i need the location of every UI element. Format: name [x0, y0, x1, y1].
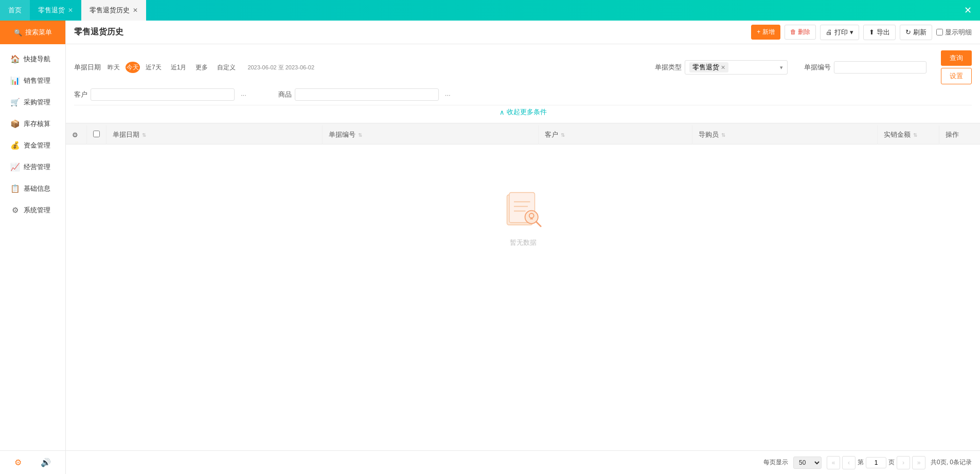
print-button[interactable]: 🖨 打印 ▾: [820, 25, 859, 40]
chevron-up-icon: ∧: [500, 108, 505, 116]
date-btn-custom[interactable]: 自定义: [213, 62, 239, 74]
per-page-select[interactable]: 50 100 200: [793, 457, 822, 469]
goods-filter-input[interactable]: [295, 88, 439, 101]
export-button[interactable]: ⬆ 导出: [863, 25, 896, 40]
export-icon: ⬆: [869, 28, 875, 36]
col-customer[interactable]: 客户 ⇅: [538, 125, 692, 144]
next-page-button[interactable]: ›: [897, 456, 910, 469]
refresh-button[interactable]: ↻ 刷新: [900, 25, 932, 40]
sidebar-item-basic[interactable]: 📋 基础信息: [0, 178, 65, 199]
per-page-label: 每页显示: [763, 458, 788, 467]
tab-retail-return-history-close[interactable]: ✕: [133, 7, 138, 14]
system-icon: ⚙: [10, 206, 20, 215]
volume-icon[interactable]: 🔊: [41, 458, 51, 467]
sort-customer-icon: ⇅: [561, 132, 565, 138]
sidebar-item-purchase[interactable]: 🛒 采购管理: [0, 92, 65, 113]
sort-number-icon: ⇅: [358, 132, 362, 138]
col-check: [86, 125, 106, 144]
refresh-icon: ↻: [905, 28, 911, 36]
number-filter: 单据编号: [804, 61, 926, 74]
select-all-checkbox[interactable]: [93, 131, 100, 137]
sidebar-item-quicknav[interactable]: 🏠 快捷导航: [0, 48, 65, 70]
col-number-label: 单据编号: [329, 131, 355, 138]
finance-icon: 💰: [10, 141, 20, 150]
sidebar-item-quicknav-label: 快捷导航: [24, 54, 50, 64]
page-unit: 页: [888, 458, 895, 467]
toolbar-buttons: + 新增 🗑 删除 🖨 打印 ▾ ⬆ 导出 ↻ 刷新 显示明细: [751, 25, 972, 40]
sidebar-item-inventory-label: 库存核算: [24, 119, 50, 129]
type-tag-value: 零售退货: [692, 63, 719, 72]
sidebar-search-label: 搜索菜单: [25, 28, 52, 37]
tab-retail-return-close[interactable]: ✕: [68, 7, 73, 14]
sidebar-item-inventory[interactable]: 📦 库存核算: [0, 113, 65, 135]
date-range-display: 2023-06-02 至 2023-06-02: [247, 64, 314, 71]
goods-dots-button[interactable]: ···: [442, 90, 454, 100]
tab-retail-return[interactable]: 零售退货 ✕: [30, 0, 81, 21]
type-tag-close[interactable]: ✕: [721, 64, 725, 71]
date-btn-yesterday[interactable]: 昨天: [104, 62, 123, 74]
sidebar-item-system[interactable]: ⚙ 系统管理: [0, 199, 65, 221]
page-number-input[interactable]: 1: [866, 457, 886, 468]
col-date-label: 单据日期: [113, 131, 139, 138]
settings-gear-icon[interactable]: ⚙: [72, 131, 78, 139]
display-detail-checkbox[interactable]: [936, 29, 943, 35]
sidebar-menu: 🏠 快捷导航 📊 销售管理 🛒 采购管理 📦 库存核算 💰 资金管理 📈: [0, 44, 65, 450]
collapse-button[interactable]: ∧ 收起更多条件: [74, 105, 972, 119]
sidebar-item-sales-label: 销售管理: [24, 76, 50, 85]
page-header: 零售退货历史 + 新增 🗑 删除 🖨 打印 ▾ ⬆ 导出 ↻ 刷新: [66, 21, 980, 44]
tab-home-label: 首页: [8, 6, 22, 15]
business-icon: 📈: [10, 162, 20, 172]
page-nav: « ‹ 第 1 页 › »: [827, 456, 925, 469]
top-bar: 首页 零售退货 ✕ 零售退货历史 ✕ ✕: [0, 0, 980, 21]
col-guide[interactable]: 导购员 ⇅: [692, 125, 877, 144]
customer-dots-button[interactable]: ···: [238, 90, 250, 100]
sidebar-item-finance-label: 资金管理: [24, 141, 50, 150]
first-page-button[interactable]: «: [827, 456, 840, 469]
home-icon: 🏠: [10, 54, 20, 64]
col-amount[interactable]: 实销金额 ⇅: [877, 125, 939, 144]
last-page-button[interactable]: »: [912, 456, 925, 469]
date-btn-7days[interactable]: 近7天: [142, 62, 165, 74]
main-layout: 🔍 搜索菜单 🏠 快捷导航 📊 销售管理 🛒 采购管理 📦 库存核算 💰: [0, 21, 980, 474]
sidebar-search-button[interactable]: 🔍 搜索菜单: [0, 21, 65, 44]
date-btn-today[interactable]: 今天: [126, 62, 140, 73]
col-op: 操作: [939, 125, 980, 144]
col-number[interactable]: 单据编号 ⇅: [322, 125, 538, 144]
collapse-label: 收起更多条件: [507, 107, 547, 117]
filter-row-2: 客户 ··· 商品 ···: [74, 88, 972, 101]
number-filter-input[interactable]: [834, 61, 926, 74]
date-filter: 单据日期 昨天 今天 近7天 近1月 更多 自定义: [74, 62, 239, 74]
query-setup-group: 查询 设置: [941, 50, 972, 84]
settings-icon[interactable]: ⚙: [14, 458, 22, 467]
print-dropdown-icon: ▾: [850, 28, 853, 36]
col-amount-label: 实销金额: [884, 131, 911, 138]
table-header: ⚙ 单据日期 ⇅ 单据编号 ⇅: [66, 125, 980, 144]
page-title: 零售退货历史: [74, 27, 123, 38]
type-filter-select[interactable]: 零售退货 ✕ ▾: [685, 60, 788, 75]
col-date[interactable]: 单据日期 ⇅: [106, 125, 322, 144]
customer-filter-input[interactable]: [91, 88, 235, 101]
query-button[interactable]: 查询: [941, 50, 972, 66]
new-button[interactable]: + 新增: [751, 25, 780, 40]
window-close-button[interactable]: ✕: [964, 5, 980, 16]
delete-button[interactable]: 🗑 删除: [785, 25, 816, 40]
prev-page-button[interactable]: ‹: [842, 456, 856, 469]
sidebar-item-finance[interactable]: 💰 资金管理: [0, 135, 65, 156]
display-detail-toggle[interactable]: 显示明细: [936, 28, 972, 37]
table-area: ⚙ 单据日期 ⇅ 单据编号 ⇅: [66, 125, 980, 450]
tab-list: 首页 零售退货 ✕ 零售退货历史 ✕: [0, 0, 964, 21]
sidebar-item-business[interactable]: 📈 经营管理: [0, 156, 65, 178]
display-detail-label: 显示明细: [945, 28, 972, 37]
setup-button[interactable]: 设置: [941, 68, 972, 84]
sidebar-item-sales[interactable]: 📊 销售管理: [0, 70, 65, 92]
tab-home[interactable]: 首页: [0, 0, 30, 21]
date-btn-1month[interactable]: 近1月: [167, 62, 190, 74]
tab-retail-return-history[interactable]: 零售退货历史 ✕: [81, 0, 146, 21]
date-btn-more[interactable]: 更多: [192, 62, 211, 74]
print-label: 打印: [834, 28, 848, 37]
col-settings[interactable]: ⚙: [66, 125, 86, 144]
type-filter: 单据类型 零售退货 ✕ ▾: [655, 60, 788, 75]
sidebar-bottom: ⚙ 🔊: [0, 450, 65, 474]
empty-text: 暂无数据: [510, 238, 537, 247]
filter-area: 单据日期 昨天 今天 近7天 近1月 更多 自定义 2023-06-02 至 2…: [66, 44, 980, 123]
